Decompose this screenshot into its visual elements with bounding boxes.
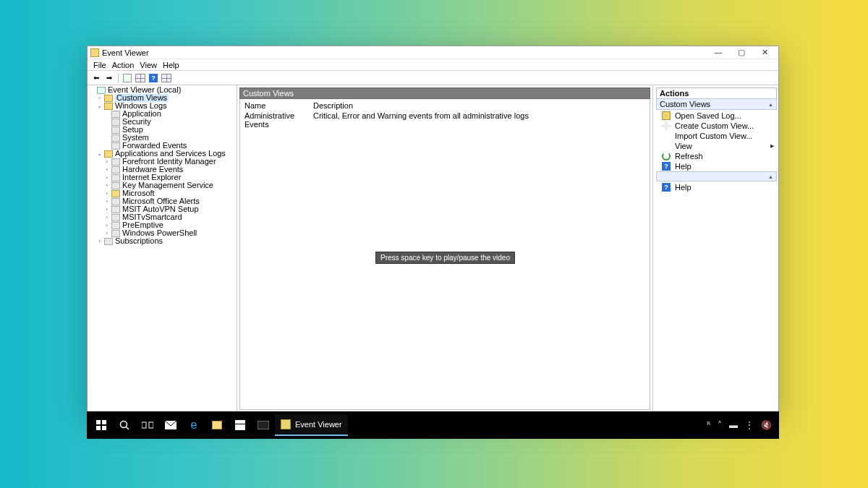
expander-icon[interactable]: ›	[103, 214, 110, 221]
action-help-2[interactable]: ?Help	[656, 182, 777, 192]
expander-icon[interactable]: ⌄	[96, 103, 103, 109]
tree-log-security[interactable]: Security	[89, 118, 235, 126]
log-icon	[111, 222, 120, 229]
properties-button[interactable]	[135, 72, 146, 84]
content-header: Custom Views	[239, 87, 650, 99]
expander-icon[interactable]: ›	[103, 230, 110, 236]
show-hide-button[interactable]	[122, 72, 133, 84]
tray-network-icon[interactable]: ⋮	[745, 420, 754, 430]
folder-icon	[104, 150, 113, 158]
minimize-button[interactable]: —	[710, 48, 726, 57]
forward-button[interactable]: ➡	[103, 72, 115, 84]
log-icon	[111, 127, 120, 134]
chevron-up-icon[interactable]: ▲	[768, 174, 773, 179]
column-headers[interactable]: Name Description	[240, 100, 650, 111]
menu-action[interactable]: Action	[112, 61, 135, 69]
subscriptions-icon	[104, 238, 113, 245]
action-help[interactable]: ?Help	[656, 161, 777, 171]
event-viewer-window: Event Viewer — ▢ ✕ File Action View Help…	[87, 46, 779, 413]
log-icon	[111, 174, 120, 181]
terminal-button[interactable]	[252, 414, 275, 436]
navigation-tree[interactable]: Event Viewer (Local) › Custom Views ⌄ Wi…	[88, 85, 237, 412]
menu-help[interactable]: Help	[163, 61, 179, 69]
create-view-icon	[662, 121, 671, 130]
log-icon	[111, 230, 120, 237]
layout-button[interactable]	[161, 72, 172, 84]
col-name-header[interactable]: Name	[244, 101, 313, 110]
tree-log-setup[interactable]: Setup	[89, 126, 235, 134]
tray-volume-icon[interactable]: 🔇	[761, 420, 772, 430]
file-explorer-button[interactable]	[205, 414, 229, 436]
expander-icon[interactable]: ›	[103, 158, 110, 165]
content-pane: Custom Views Name Description Administra…	[237, 85, 652, 412]
app-icon	[90, 48, 99, 57]
folder-icon	[104, 103, 113, 110]
tree-windows-logs[interactable]: ⌄ Windows Logs	[89, 102, 235, 110]
svg-rect-1	[102, 420, 106, 424]
open-log-icon	[662, 111, 671, 120]
expander-icon[interactable]: ›	[103, 206, 110, 213]
menu-file[interactable]: File	[93, 61, 106, 69]
store-icon	[235, 420, 245, 430]
log-icon	[111, 111, 120, 118]
toolbar-divider	[118, 73, 119, 83]
svg-line-5	[127, 427, 129, 430]
expander-icon[interactable]: ›	[96, 238, 103, 244]
actions-group-2[interactable]: ▲	[656, 171, 777, 181]
taskbar-active-eventviewer[interactable]: Event Viewer	[275, 414, 348, 436]
action-view-submenu[interactable]: View▶	[656, 141, 777, 151]
tree-svc-kms[interactable]: ›Key Management Service	[89, 181, 235, 189]
log-icon	[111, 142, 120, 150]
help-icon: ?	[662, 162, 671, 171]
overlay-tooltip: Press space key to play/pause the video	[375, 252, 515, 264]
list-item[interactable]: Administrative Events Critical, Error an…	[240, 111, 650, 129]
svg-rect-0	[96, 420, 101, 424]
svg-rect-3	[102, 426, 106, 430]
help-icon: ?	[662, 183, 671, 192]
store-button[interactable]	[229, 414, 252, 436]
search-button[interactable]	[113, 414, 136, 436]
menu-view[interactable]: View	[140, 61, 157, 69]
taskbar[interactable]: e Event Viewer ᴿ ˄ ▬ ⋮ 🔇	[87, 411, 779, 439]
title-bar[interactable]: Event Viewer — ▢ ✕	[88, 46, 778, 59]
maximize-button[interactable]: ▢	[733, 48, 749, 57]
row-desc: Critical, Error and Warning events from …	[313, 111, 645, 129]
computer-icon	[97, 87, 106, 94]
action-open-saved-log[interactable]: Open Saved Log...	[656, 111, 777, 121]
action-create-custom-view[interactable]: Create Custom View...	[656, 121, 777, 131]
expander-icon[interactable]: ›	[103, 174, 110, 181]
tray-battery-icon[interactable]: ▬	[729, 420, 738, 430]
folder-icon	[111, 190, 120, 197]
back-button[interactable]: ⬅	[90, 72, 102, 84]
tree-subscriptions[interactable]: › Subscriptions	[89, 237, 235, 245]
start-button[interactable]	[90, 414, 113, 436]
expander-icon[interactable]: ›	[103, 182, 110, 189]
close-button[interactable]: ✕	[757, 48, 773, 57]
expander-icon[interactable]: ›	[103, 222, 110, 228]
log-icon	[111, 206, 120, 213]
expander-icon[interactable]: ›	[96, 95, 103, 101]
mail-button[interactable]	[159, 414, 182, 436]
expander-icon[interactable]: ›	[103, 190, 110, 197]
help-button[interactable]: ?	[148, 72, 159, 84]
action-import-custom-view[interactable]: Import Custom View...	[656, 131, 777, 141]
expander-icon[interactable]: ›	[103, 166, 110, 173]
chevron-right-icon: ▶	[770, 143, 774, 149]
window-title: Event Viewer	[102, 48, 710, 57]
tray-overflow-icon[interactable]: ˄	[718, 420, 722, 430]
expander-icon[interactable]: ⌄	[96, 150, 103, 157]
eventviewer-icon	[281, 419, 291, 429]
actions-group-custom-views[interactable]: Custom Views ▲	[656, 98, 777, 110]
refresh-icon	[662, 152, 671, 160]
action-refresh[interactable]: Refresh	[656, 151, 777, 161]
svg-point-4	[121, 421, 127, 428]
system-tray[interactable]: ᴿ ˄ ▬ ⋮ 🔇	[707, 420, 776, 430]
expander-icon[interactable]: ›	[103, 198, 110, 205]
tray-people-icon[interactable]: ᴿ	[707, 420, 710, 430]
log-icon	[111, 134, 120, 142]
task-view-button[interactable]	[136, 414, 159, 436]
chevron-up-icon[interactable]: ▲	[768, 102, 773, 107]
tree-log-application[interactable]: Application	[89, 110, 235, 118]
edge-button[interactable]: e	[182, 414, 205, 436]
col-desc-header[interactable]: Description	[313, 101, 645, 110]
